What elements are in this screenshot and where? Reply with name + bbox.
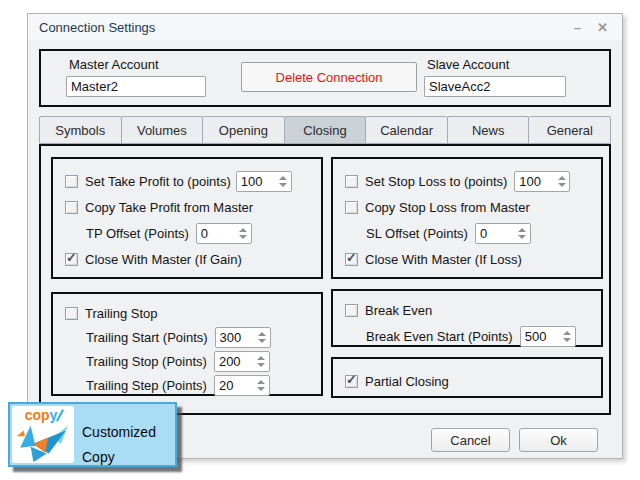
delete-connection-button[interactable]: Delete Connection (241, 62, 417, 92)
tp-offset-row: TP Offset (Points) 0 (86, 220, 321, 246)
sl-offset-value[interactable]: 0 (476, 226, 515, 241)
trailing-stop-group: Trailing Stop Trailing Start (Points) 30… (51, 292, 323, 396)
trailing-start-value[interactable]: 300 (216, 330, 255, 345)
master-account-label: Master Account (69, 57, 159, 72)
stop-loss-value[interactable]: 100 (515, 174, 554, 189)
branding-badge: copy Customized Copy (8, 402, 177, 467)
copy-stop-loss-checkbox[interactable] (345, 201, 358, 214)
dialog-footer: Cancel Ok (431, 428, 598, 452)
trailing-step-spinner[interactable]: 20 (214, 375, 270, 396)
partial-closing-label: Partial Closing (365, 374, 449, 389)
tp-offset-label: TP Offset (Points) (86, 226, 189, 241)
master-account-input[interactable] (66, 76, 206, 97)
trailing-start-row: Trailing Start (Points) 300 (86, 325, 321, 349)
tab-opening[interactable]: Opening (202, 116, 285, 144)
trailing-stop-label: Trailing Stop (85, 306, 158, 321)
tab-calendar[interactable]: Calendar (365, 116, 448, 144)
trailing-start-spinner[interactable]: 300 (215, 327, 271, 348)
spinner-arrows-icon[interactable] (515, 224, 530, 243)
trailing-step-row: Trailing Step (Points) 20 (86, 373, 321, 397)
partial-closing-group: Partial Closing (331, 357, 603, 398)
trailing-start-label: Trailing Start (Points) (86, 330, 208, 345)
trailing-stop-points-label: Trailing Stop (Points) (86, 354, 207, 369)
partial-closing-row: Partial Closing (345, 368, 601, 394)
ok-button[interactable]: Ok (519, 428, 598, 452)
slave-account-input[interactable] (424, 76, 566, 97)
close-with-master-gain-checkbox[interactable] (65, 253, 78, 266)
break-even-group: Break Even Break Even Start (Points) 500 (331, 289, 603, 347)
trailing-stop-points-row: Trailing Stop (Points) 200 (86, 349, 321, 373)
window-controls: – ✕ (574, 21, 622, 34)
stop-loss-spinner[interactable]: 100 (514, 171, 570, 192)
set-take-profit-row: Set Take Profit to (points) 100 (65, 168, 321, 194)
slave-account-label: Slave Account (427, 57, 509, 72)
connection-settings-dialog: Connection Settings – ✕ Master Account D… (27, 13, 623, 459)
break-even-start-value[interactable]: 500 (521, 329, 560, 344)
set-take-profit-checkbox[interactable] (65, 175, 78, 188)
break-even-start-spinner[interactable]: 500 (520, 326, 576, 347)
sl-offset-label: SL Offset (Points) (366, 226, 468, 241)
tp-offset-value[interactable]: 0 (197, 226, 236, 241)
break-even-start-label: Break Even Start (Points) (366, 329, 513, 344)
trailing-stop-checkbox[interactable] (65, 307, 78, 320)
close-with-master-loss-label: Close With Master (If Loss) (365, 252, 522, 267)
take-profit-value[interactable]: 100 (237, 174, 276, 189)
take-profit-spinner[interactable]: 100 (236, 171, 292, 192)
close-with-master-gain-label: Close With Master (If Gain) (85, 252, 242, 267)
trailing-step-label: Trailing Step (Points) (86, 378, 207, 393)
badge-caption-line1: Customized (82, 420, 156, 445)
tab-news[interactable]: News (447, 116, 530, 144)
set-stop-loss-checkbox[interactable] (345, 175, 358, 188)
logo-slash-icon (56, 409, 64, 421)
titlebar: Connection Settings – ✕ (28, 14, 622, 40)
close-icon[interactable]: ✕ (597, 21, 608, 34)
copy-wordmark-orange: cop (25, 407, 50, 423)
take-profit-group: Set Take Profit to (points) 100 Copy Tak… (51, 157, 323, 279)
close-with-master-loss-row: Close With Master (If Loss) (345, 246, 601, 272)
trailing-stop-points-value[interactable]: 200 (215, 354, 254, 369)
window-title: Connection Settings (39, 20, 155, 35)
copy-logo: copy (12, 406, 74, 463)
break-even-label: Break Even (365, 303, 432, 318)
accounts-box: Master Account Delete Connection Slave A… (39, 49, 611, 107)
tab-symbols[interactable]: Symbols (39, 116, 122, 144)
spinner-arrows-icon[interactable] (255, 328, 270, 347)
tab-closing[interactable]: Closing (284, 116, 367, 144)
closing-panel: Set Take Profit to (points) 100 Copy Tak… (39, 144, 611, 415)
copy-take-profit-checkbox[interactable] (65, 201, 78, 214)
sl-offset-row: SL Offset (Points) 0 (366, 220, 601, 246)
minimize-icon[interactable]: – (574, 21, 581, 34)
spinner-arrows-icon[interactable] (554, 172, 569, 191)
stop-loss-group: Set Stop Loss to (points) 100 Copy Stop … (331, 157, 603, 279)
break-even-checkbox[interactable] (345, 304, 358, 317)
copy-take-profit-label: Copy Take Profit from Master (85, 200, 253, 215)
trailing-step-value[interactable]: 20 (215, 378, 254, 393)
spinner-arrows-icon[interactable] (236, 224, 251, 243)
trailing-stop-row: Trailing Stop (65, 301, 321, 325)
spinner-arrows-icon[interactable] (254, 376, 269, 395)
tab-volumes[interactable]: Volumes (121, 116, 204, 144)
copy-take-profit-row: Copy Take Profit from Master (65, 194, 321, 220)
badge-caption: Customized Copy (82, 420, 156, 470)
sl-offset-spinner[interactable]: 0 (475, 223, 531, 244)
spinner-arrows-icon[interactable] (254, 352, 269, 371)
set-stop-loss-row: Set Stop Loss to (points) 100 (345, 168, 601, 194)
origami-crane-icon (15, 423, 71, 463)
copy-stop-loss-row: Copy Stop Loss from Master (345, 194, 601, 220)
tp-offset-spinner[interactable]: 0 (196, 223, 252, 244)
close-with-master-gain-row: Close With Master (If Gain) (65, 246, 321, 272)
close-with-master-loss-checkbox[interactable] (345, 253, 358, 266)
tab-bar: Symbols Volumes Opening Closing Calendar… (39, 116, 611, 144)
spinner-arrows-icon[interactable] (560, 327, 575, 346)
partial-closing-checkbox[interactable] (345, 375, 358, 388)
break-even-start-row: Break Even Start (Points) 500 (366, 323, 601, 349)
spinner-arrows-icon[interactable] (276, 172, 291, 191)
copy-wordmark: copy (25, 408, 62, 423)
set-take-profit-label: Set Take Profit to (points) (85, 174, 231, 189)
cancel-button[interactable]: Cancel (431, 428, 510, 452)
break-even-row: Break Even (345, 297, 601, 323)
copy-stop-loss-label: Copy Stop Loss from Master (365, 200, 530, 215)
tab-general[interactable]: General (528, 116, 611, 144)
badge-caption-line2: Copy (82, 445, 156, 470)
trailing-stop-points-spinner[interactable]: 200 (214, 351, 270, 372)
